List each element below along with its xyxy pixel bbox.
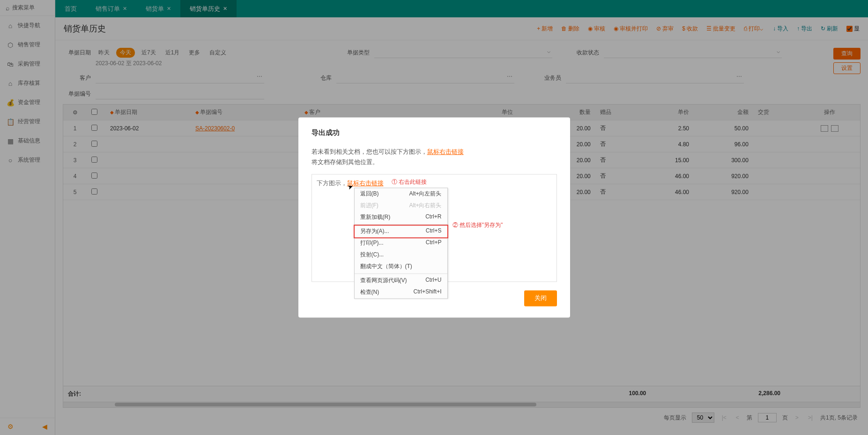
context-menu-item: 另存为(A)...Ctrl+S <box>355 226 447 238</box>
modal-description: 若未看到相关文档，您也可以按下方图示，鼠标右击链接 将文档存储到其他位置。 <box>312 147 557 167</box>
context-menu-item: 重新加载(R)Ctrl+R <box>355 212 447 224</box>
context-menu: 返回(B)Alt+向左箭头前进(F)Alt+向右箭头重新加载(R)Ctrl+R另… <box>354 188 448 299</box>
context-menu-item: 检查(N)Ctrl+Shift+I <box>355 287 447 299</box>
context-menu-item: 返回(B)Alt+向左箭头 <box>355 188 447 200</box>
context-menu-item: 投射(C)... <box>355 249 447 261</box>
annotation-2: ② 然后选择"另存为" <box>453 222 503 230</box>
right-click-link[interactable]: 鼠标右击链接 <box>427 148 464 155</box>
context-menu-item: 打印(P)...Ctrl+P <box>355 238 447 249</box>
export-success-modal: 导出成功 若未看到相关文档，您也可以按下方图示，鼠标右击链接 将文档存储到其他位… <box>298 117 570 317</box>
instruction-image: 下方图示，鼠标右击链接 ➤ ① 右击此链接 ② 然后选择"另存为" 返回(B)A… <box>312 174 557 282</box>
close-button[interactable]: 关闭 <box>524 291 557 307</box>
annotation-1: ① 右击此链接 <box>392 179 427 187</box>
context-menu-item: 翻成中文（简体）(T) <box>355 261 447 273</box>
context-menu-item: 前进(F)Alt+向右箭头 <box>355 200 447 212</box>
context-menu-item: 查看网页源代码(V)Ctrl+U <box>355 275 447 287</box>
modal-title: 导出成功 <box>312 128 557 137</box>
